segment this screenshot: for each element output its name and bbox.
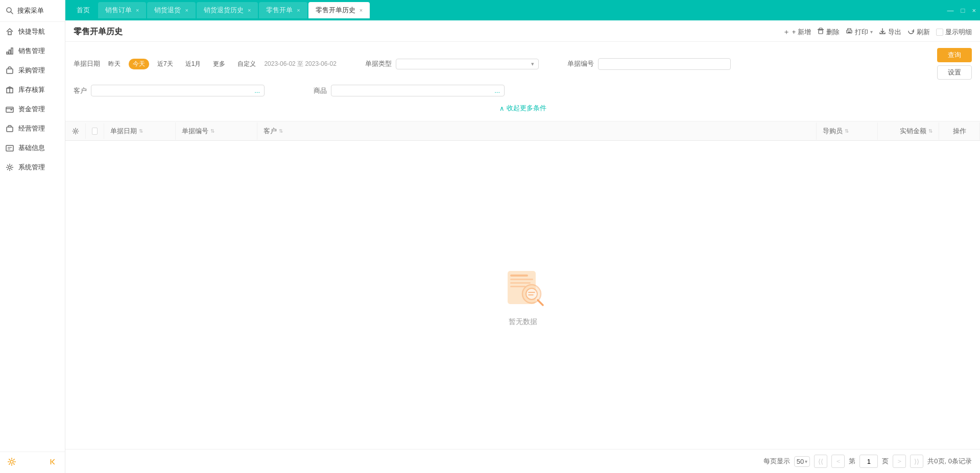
customer-dots-icon[interactable]: ... [254,87,260,94]
svg-rect-3 [7,52,8,54]
select-all-checkbox[interactable] [92,128,98,135]
th-amount[interactable]: 实销金额 ⇅ [878,122,939,140]
table-header: 单据日期 ⇅ 单据编号 ⇅ 客户 ⇅ 导购员 ⇅ 实销金额 ⇅ [65,121,980,141]
tab-close-icon[interactable]: × [248,7,251,13]
chart-icon [5,46,14,56]
sidebar-item-quick-nav[interactable]: 快捷导航 [0,22,65,41]
sidebar-item-label: 快捷导航 [18,27,45,36]
query-button[interactable]: 查询 [937,48,972,62]
svg-rect-26 [510,286,525,287]
date-filter-label: 单据日期 [74,59,100,68]
sidebar-item-finance[interactable]: 资金管理 [0,99,65,119]
customer-select[interactable]: ... [91,85,265,96]
add-button[interactable]: ＋ + 新增 [783,28,811,37]
sort-customer-icon: ⇅ [279,128,283,134]
info-icon [5,143,14,153]
toolbar: ＋ + 新增 删除 打印 ▾ [783,28,972,37]
doc-num-input[interactable] [598,58,731,70]
svg-rect-18 [819,30,823,34]
date-more[interactable]: 更多 [209,59,229,69]
print-button[interactable]: 打印 ▾ [846,28,873,37]
add-icon: ＋ [783,28,790,37]
window-max-btn[interactable]: □ [961,7,965,14]
sidebar-item-inventory[interactable]: 库存核算 [0,80,65,99]
next-page-btn[interactable]: ＞ [893,455,906,468]
tab-sales-return-history[interactable]: 销货退货历史 × [197,2,258,18]
show-detail-check[interactable]: 显示明细 [936,28,972,37]
doc-type-select[interactable]: ▾ [396,59,539,69]
tab-close-icon[interactable]: × [297,7,300,13]
sidebar: 搜索采单 快捷导航 销售管理 采购管理 库存核算 资金管理 经营管理 [0,0,65,473]
show-detail-checkbox[interactable] [936,29,943,36]
tab-sales-return[interactable]: 销货退货 × [147,2,195,18]
print-dropdown-icon[interactable]: ▾ [870,29,873,35]
date-custom[interactable]: 自定义 [233,59,260,69]
svg-rect-2 [8,32,11,35]
collapse-arrow-icon: ∧ [499,105,505,112]
last-page-btn[interactable]: ⟩⟩ [910,455,923,468]
sort-date-icon: ⇅ [139,128,143,134]
date-last7[interactable]: 近7天 [153,59,177,69]
home-icon [5,27,14,36]
sidebar-item-sys-mgmt[interactable]: 系统管理 [0,158,65,177]
window-close-btn[interactable]: × [972,7,976,14]
sidebar-item-label: 库存核算 [18,85,45,94]
th-num[interactable]: 单据编号 ⇅ [176,122,257,140]
first-page-btn[interactable]: ⟨⟨ [814,455,827,468]
svg-point-28 [526,288,537,300]
page-number-input[interactable] [859,455,878,468]
empty-state: 暂无数据 [65,141,980,449]
prev-page-btn[interactable]: ＜ [831,455,845,468]
sidebar-item-label: 采购管理 [18,66,45,75]
svg-rect-9 [6,107,13,112]
tab-close-icon[interactable]: × [185,7,188,13]
settings-icon[interactable] [7,457,16,468]
page-size-select[interactable]: 50 ▾ [794,456,810,467]
date-last1m[interactable]: 近1月 [181,59,205,69]
content-area: 零售开单历史 ＋ + 新增 删除 打印 ▾ [65,20,980,473]
th-customer[interactable]: 客户 ⇅ [257,122,817,140]
refresh-button[interactable]: 刷新 [907,28,930,37]
sidebar-item-basic-info[interactable]: 基础信息 [0,138,65,158]
setting-button[interactable]: 设置 [937,65,972,80]
filter-row-2: 客户 ... 商品 ... [74,85,972,96]
collapse-sidebar-icon[interactable] [49,457,58,468]
sidebar-search[interactable]: 搜索采单 [0,0,65,22]
pagination: 每页显示 50 ▾ ⟨⟨ ＜ 第 页 ＞ ⟩⟩ 共0页, 0条记录 [65,449,980,473]
sidebar-item-label: 经营管理 [18,124,45,133]
tab-retail-open-history[interactable]: 零售开单历史 × [308,2,370,18]
query-buttons: 查询 设置 [937,48,972,80]
th-guide[interactable]: 导购员 ⇅ [817,122,878,140]
doc-type-label: 单据类型 [365,59,392,68]
doc-type-dropdown-icon: ▾ [531,61,534,67]
date-yesterday[interactable]: 昨天 [104,59,125,69]
svg-point-10 [11,109,12,111]
window-min-btn[interactable]: — [947,7,954,14]
bag-icon [5,66,14,75]
page-size-dropdown-icon: ▾ [805,459,807,464]
doc-num-label: 单据编号 [567,59,594,68]
tab-retail-open[interactable]: 零售开单 × [259,2,307,18]
sidebar-item-sales[interactable]: 销售管理 [0,41,65,61]
delete-button[interactable]: 删除 [817,28,840,37]
tab-close-active-icon[interactable]: × [360,7,363,13]
th-gear[interactable] [65,123,86,139]
export-button[interactable]: 导出 [879,28,901,37]
sidebar-item-purchase[interactable]: 采购管理 [0,61,65,80]
svg-rect-4 [9,50,11,54]
date-today[interactable]: 今天 [129,59,149,69]
tab-sales-order[interactable]: 销售订单 × [98,2,146,18]
sort-guide-icon: ⇅ [845,128,849,134]
tab-close-icon[interactable]: × [136,7,139,13]
sidebar-item-operations[interactable]: 经营管理 [0,119,65,138]
svg-rect-11 [7,127,13,132]
svg-point-16 [10,460,13,463]
collapse-filter-btn[interactable]: ∧ 收起更多条件 [499,102,546,115]
th-date[interactable]: 单据日期 ⇅ [104,122,176,140]
goods-select[interactable]: ... [331,85,505,96]
th-check[interactable] [86,123,104,139]
tab-home[interactable]: 首页 [69,2,97,18]
goods-dots-icon[interactable]: ... [494,87,500,94]
briefcase-icon [5,124,14,133]
page-title: 零售开单历史 [74,27,123,37]
